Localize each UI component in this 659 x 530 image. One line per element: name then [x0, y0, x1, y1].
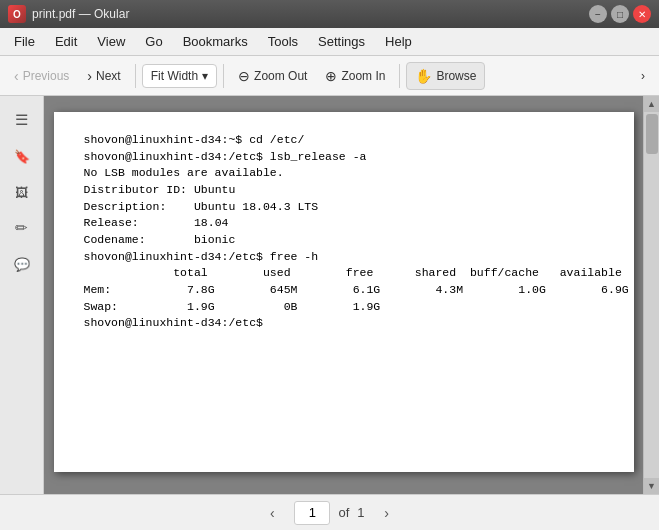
- menu-go[interactable]: Go: [135, 30, 172, 53]
- next-label: Next: [96, 69, 121, 83]
- toolbar-separator-1: [135, 64, 136, 88]
- menu-settings[interactable]: Settings: [308, 30, 375, 53]
- next-button[interactable]: › Next: [79, 63, 128, 89]
- window-controls: − □ ✕: [589, 5, 651, 23]
- page-number-input[interactable]: [294, 501, 330, 525]
- zoom-out-icon: ⊖: [238, 68, 250, 84]
- toolbar-overflow-button[interactable]: ›: [633, 64, 653, 88]
- overflow-right-icon: ›: [641, 69, 645, 83]
- sidebar-tool-annotate[interactable]: ✏: [6, 212, 38, 244]
- sidebar-tool-bookmark[interactable]: 🔖: [6, 140, 38, 172]
- zoom-in-button[interactable]: ⊕ Zoom In: [317, 63, 393, 89]
- document-page: shovon@linuxhint-d34:~$ cd /etc/ shovon@…: [54, 112, 634, 472]
- page-of-label: of: [338, 505, 349, 520]
- review-icon: 💬: [14, 257, 30, 272]
- menu-bar: File Edit View Go Bookmarks Tools Settin…: [0, 28, 659, 56]
- previous-label: Previous: [23, 69, 70, 83]
- menu-tools[interactable]: Tools: [258, 30, 308, 53]
- toolbar-separator-3: [399, 64, 400, 88]
- sidebar-tool-list[interactable]: ☰: [6, 104, 38, 136]
- fit-width-label: Fit Width: [151, 69, 198, 83]
- list-icon: ☰: [15, 111, 28, 129]
- menu-help[interactable]: Help: [375, 30, 422, 53]
- bookmark-icon: 🔖: [14, 149, 30, 164]
- close-button[interactable]: ✕: [633, 5, 651, 23]
- scroll-down-arrow[interactable]: ▼: [644, 478, 660, 494]
- app-icon: O: [8, 5, 26, 23]
- page-next-button[interactable]: ›: [373, 501, 401, 525]
- chevron-right-icon: ›: [87, 68, 92, 84]
- toolbar: ‹ Previous › Next Fit Width ▾ ⊖ Zoom Out…: [0, 56, 659, 96]
- terminal-content: shovon@linuxhint-d34:~$ cd /etc/ shovon@…: [84, 132, 604, 332]
- zoom-out-button[interactable]: ⊖ Zoom Out: [230, 63, 315, 89]
- menu-bookmarks[interactable]: Bookmarks: [173, 30, 258, 53]
- maximize-button[interactable]: □: [611, 5, 629, 23]
- sidebar-tool-review[interactable]: 💬: [6, 248, 38, 280]
- previous-button[interactable]: ‹ Previous: [6, 63, 77, 89]
- scroll-up-arrow[interactable]: ▲: [644, 96, 660, 112]
- zoom-in-label: Zoom In: [341, 69, 385, 83]
- title-bar: O print.pdf — Okular − □ ✕: [0, 0, 659, 28]
- zoom-in-icon: ⊕: [325, 68, 337, 84]
- toolbar-separator-2: [223, 64, 224, 88]
- dropdown-arrow-icon: ▾: [202, 69, 208, 83]
- status-bar: ‹ of 1 ›: [0, 494, 659, 530]
- title-bar-left: O print.pdf — Okular: [8, 5, 129, 23]
- minimize-button[interactable]: −: [589, 5, 607, 23]
- image-icon: 🖼: [15, 185, 28, 200]
- menu-file[interactable]: File: [4, 30, 45, 53]
- chevron-left-icon: ‹: [14, 68, 19, 84]
- menu-edit[interactable]: Edit: [45, 30, 87, 53]
- main-area: ☰ 🔖 🖼 ✏ 💬 shovon@linuxhint-d34:~$ cd /et…: [0, 96, 659, 494]
- menu-view[interactable]: View: [87, 30, 135, 53]
- hand-icon: ✋: [415, 68, 432, 84]
- total-pages: 1: [357, 505, 364, 520]
- browse-label: Browse: [436, 69, 476, 83]
- scroll-thumb[interactable]: [646, 114, 658, 154]
- left-sidebar: ☰ 🔖 🖼 ✏ 💬: [0, 96, 44, 494]
- sidebar-tool-image[interactable]: 🖼: [6, 176, 38, 208]
- fit-width-select[interactable]: Fit Width ▾: [142, 64, 217, 88]
- document-area[interactable]: shovon@linuxhint-d34:~$ cd /etc/ shovon@…: [44, 96, 643, 494]
- zoom-out-label: Zoom Out: [254, 69, 307, 83]
- browse-button[interactable]: ✋ Browse: [406, 62, 485, 90]
- right-scrollbar[interactable]: ▲ ▼: [643, 96, 659, 494]
- window-title: print.pdf — Okular: [32, 7, 129, 21]
- pencil-icon: ✏: [15, 219, 28, 237]
- page-prev-button[interactable]: ‹: [258, 501, 286, 525]
